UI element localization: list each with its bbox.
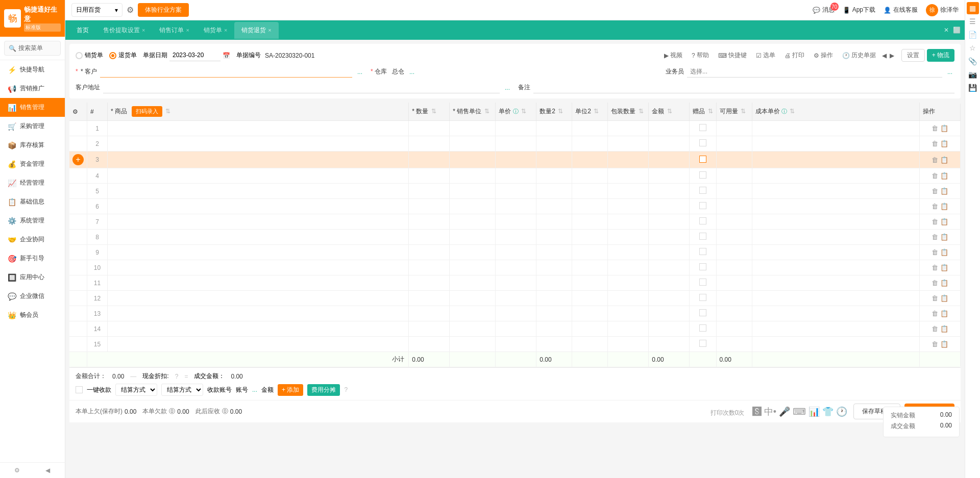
row-cost-price[interactable] <box>752 275 919 291</box>
row-qty[interactable] <box>409 260 450 275</box>
sidebar-item-enterprise[interactable]: 🤝 企业协同 <box>0 230 65 249</box>
row-price[interactable] <box>496 136 536 152</box>
row-unit[interactable] <box>450 199 496 214</box>
row-unit[interactable] <box>450 321 496 337</box>
copy-row-icon[interactable]: 📋 <box>940 310 948 317</box>
row-unit2[interactable] <box>572 230 608 245</box>
row-available[interactable] <box>716 306 752 321</box>
gift-checkbox[interactable] <box>699 248 706 255</box>
row-price[interactable] <box>496 168 536 184</box>
sidebar-item-member[interactable]: 👑 畅会员 <box>0 306 65 324</box>
row-unit[interactable] <box>450 184 496 199</box>
maximize-icon[interactable]: ⬜ <box>953 27 961 34</box>
row-amount[interactable] <box>649 214 690 230</box>
delete-row-icon[interactable]: 🗑 <box>932 310 938 317</box>
remark-input[interactable] <box>533 82 954 93</box>
help-btn[interactable]: ? 帮助 <box>689 50 712 61</box>
sidebar-item-purchase[interactable]: 🛒 采购管理 <box>0 117 65 136</box>
row-product[interactable] <box>108 121 409 136</box>
row-cost-price[interactable] <box>752 214 919 230</box>
row-product[interactable] <box>108 260 409 275</box>
row-qty2[interactable] <box>536 291 572 306</box>
row-unit[interactable] <box>450 214 496 230</box>
row-qty2[interactable] <box>536 136 572 152</box>
row-pkg-qty[interactable] <box>608 199 649 214</box>
row-available[interactable] <box>716 152 752 168</box>
sidebar-item-system[interactable]: ⚙️ 系统管理 <box>0 211 65 230</box>
row-product[interactable] <box>108 306 409 321</box>
staff-input[interactable] <box>687 66 942 78</box>
sidebar-item-shortcut[interactable]: ⚡ 快捷导航 <box>0 60 65 79</box>
row-price[interactable] <box>496 260 536 275</box>
row-amount[interactable] <box>649 184 690 199</box>
customer-select-icon[interactable]: ... <box>355 66 364 78</box>
staff-select-icon[interactable]: ... <box>945 66 954 78</box>
row-qty[interactable] <box>409 199 450 214</box>
row-available[interactable] <box>716 199 752 214</box>
operations-btn[interactable]: ⚙ 操作 <box>811 50 836 61</box>
row-price[interactable] <box>496 337 536 352</box>
row-qty[interactable] <box>409 152 450 168</box>
row-product[interactable] <box>108 168 409 184</box>
row-pkg-qty[interactable] <box>608 275 649 291</box>
gift-checkbox[interactable] <box>699 294 706 301</box>
add-row-btn[interactable]: + <box>72 154 84 165</box>
row-qty[interactable] <box>409 230 450 245</box>
copy-row-icon[interactable]: 📋 <box>940 325 948 333</box>
row-product[interactable] <box>108 152 409 168</box>
row-unit[interactable] <box>450 337 496 352</box>
delete-row-icon[interactable]: 🗑 <box>932 124 938 132</box>
sidebar-item-sales[interactable]: 📊 销售管理 <box>0 98 65 117</box>
copy-row-icon[interactable]: 📋 <box>940 218 948 225</box>
row-product[interactable] <box>108 184 409 199</box>
row-pkg-qty[interactable] <box>608 260 649 275</box>
sidebar-item-inventory[interactable]: 📦 库存核算 <box>0 136 65 155</box>
row-cost-price[interactable] <box>752 136 919 152</box>
row-amount[interactable] <box>649 306 690 321</box>
row-available[interactable] <box>716 337 752 352</box>
row-cost-price[interactable] <box>752 291 919 306</box>
row-qty2[interactable] <box>536 260 572 275</box>
right-panel-list-icon[interactable]: ☰ <box>967 15 979 28</box>
gift-checkbox[interactable] <box>699 217 706 224</box>
row-qty[interactable] <box>409 306 450 321</box>
warehouse-select-icon[interactable]: ... <box>407 66 416 78</box>
one-click-pay-checkbox[interactable] <box>76 386 83 393</box>
row-unit[interactable] <box>450 306 496 321</box>
delete-row-icon[interactable]: 🗑 <box>932 172 938 180</box>
row-unit2[interactable] <box>572 291 608 306</box>
copy-row-icon[interactable]: 📋 <box>940 203 948 210</box>
delete-row-icon[interactable]: 🗑 <box>932 187 938 195</box>
row-qty[interactable] <box>409 168 450 184</box>
row-unit2[interactable] <box>572 184 608 199</box>
copy-row-icon[interactable]: 📋 <box>940 187 948 195</box>
delete-row-icon[interactable]: 🗑 <box>932 203 938 210</box>
row-amount[interactable] <box>649 275 690 291</box>
gift-checkbox[interactable] <box>699 279 706 286</box>
row-price[interactable] <box>496 245 536 260</box>
row-price[interactable] <box>496 184 536 199</box>
row-available[interactable] <box>716 260 752 275</box>
copy-row-icon[interactable]: 📋 <box>940 340 948 348</box>
row-price[interactable] <box>496 321 536 337</box>
row-available[interactable] <box>716 275 752 291</box>
delete-row-icon[interactable]: 🗑 <box>932 233 938 241</box>
row-unit2[interactable] <box>572 306 608 321</box>
row-product[interactable] <box>108 291 409 306</box>
history-btn[interactable]: 🕐 历史单据 <box>839 50 879 61</box>
gift-checkbox[interactable] <box>699 324 706 332</box>
row-available[interactable] <box>716 214 752 230</box>
delete-row-icon[interactable]: 🗑 <box>932 264 938 271</box>
scan-btn[interactable]: 扫码录入 <box>132 106 162 117</box>
row-pkg-qty[interactable] <box>608 136 649 152</box>
copy-row-icon[interactable]: 📋 <box>940 172 948 180</box>
row-cost-price[interactable] <box>752 260 919 275</box>
user-info[interactable]: 徐 徐泽华 <box>926 4 959 16</box>
row-cost-price[interactable] <box>752 199 919 214</box>
right-panel-table-icon[interactable]: ▦ <box>967 2 979 14</box>
sidebar-item-wechat[interactable]: 💬 企业微信 <box>0 287 65 306</box>
row-unit[interactable] <box>450 245 496 260</box>
row-cost-price[interactable] <box>752 230 919 245</box>
calc-method-select[interactable]: 结算方式 <box>161 384 203 396</box>
industry-selector[interactable]: 日用百货 ▾ <box>71 3 122 17</box>
